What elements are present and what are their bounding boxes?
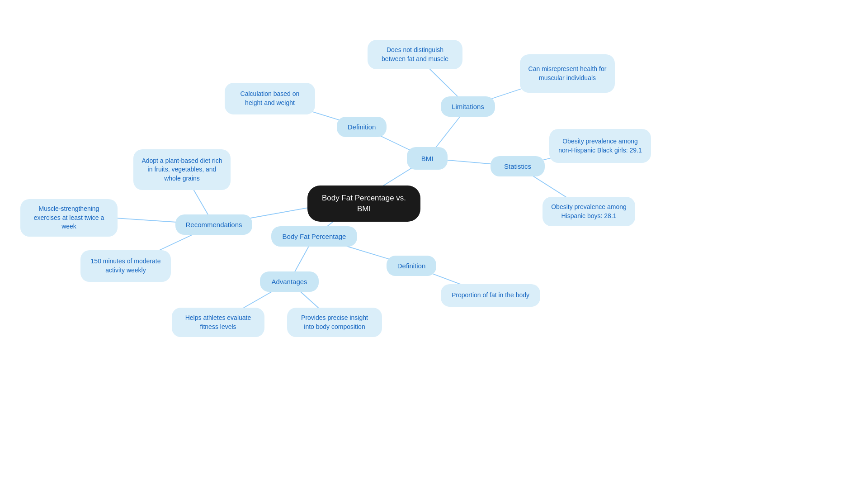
node-rec_leaf1[interactable]: Adopt a plant-based diet rich in fruits,… [133,149,231,190]
node-central[interactable]: Body Fat Percentage vs. BMI [307,186,420,222]
node-bmi_limitations[interactable]: Limitations [441,96,495,117]
node-bfp_adv_leaf1[interactable]: Helps athletes evaluate fitness levels [172,308,264,337]
node-rec_leaf2[interactable]: Muscle-strengthening exercises at least … [20,199,118,237]
node-bfp_definition[interactable]: Definition [387,256,436,276]
node-bmi_lim_leaf2[interactable]: Can misrepresent health for muscular ind… [520,54,615,93]
node-bfp_adv_leaf2[interactable]: Provides precise insight into body compo… [287,308,382,337]
node-bmi_definition[interactable]: Definition [337,117,387,137]
mind-map: Body Fat Percentage vs. BMIBMIDefinition… [0,0,868,490]
node-bfp_def_leaf[interactable]: Proportion of fat in the body [441,284,540,307]
connections-svg [0,0,868,490]
node-bmi_lim_leaf1[interactable]: Does not distinguish between fat and mus… [368,40,462,69]
node-bmi_stat_leaf2[interactable]: Obesity prevalence among Hispanic boys: … [542,197,635,226]
node-bfp[interactable]: Body Fat Percentage [271,226,357,247]
node-bmi_def_leaf[interactable]: Calculation based on height and weight [225,83,315,114]
node-bmi[interactable]: BMI [407,147,448,170]
node-bmi_stat_leaf1[interactable]: Obesity prevalence among non-Hispanic Bl… [549,129,651,163]
node-recommendations[interactable]: Recommendations [175,214,252,235]
node-bmi_statistics[interactable]: Statistics [491,156,545,176]
node-rec_leaf3[interactable]: 150 minutes of moderate activity weekly [80,250,171,282]
node-bfp_advantages[interactable]: Advantages [260,271,319,292]
